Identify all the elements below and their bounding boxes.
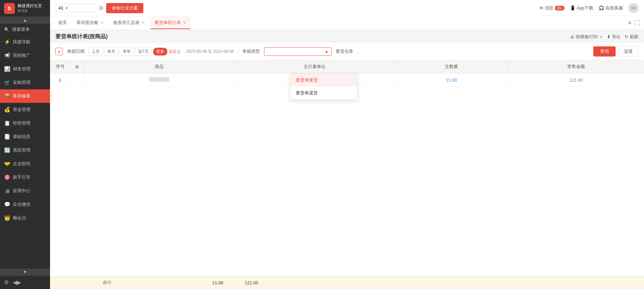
company-select-value: 41	[58, 5, 63, 10]
sidebar-item-inventory[interactable]: 📦 库存核算	[0, 89, 50, 103]
type-select-arrow-up-icon: ▲	[325, 49, 329, 54]
tab-close-receive-summary[interactable]: ✕	[142, 20, 145, 25]
sidebar-item-sales[interactable]: 📊 销售管理	[0, 62, 50, 76]
chevron-up-icon: ▲	[23, 18, 27, 23]
sidebar-item-wechat[interactable]: 💬 企业微信	[0, 198, 50, 211]
sales-icon: 📊	[4, 66, 10, 72]
sidebar-item-member[interactable]: 👑 畅会员	[0, 211, 50, 225]
col-header-no: 序号	[50, 60, 70, 73]
tab-inventory-batch[interactable]: 库存批次账 ✕	[72, 17, 108, 29]
collapse-icon[interactable]: ◀▶	[13, 279, 21, 286]
app-download-button[interactable]: 📱 App下载	[570, 5, 593, 11]
refresh-icon: ↻	[625, 34, 628, 39]
type-filter-input[interactable]	[267, 49, 325, 54]
sidebar-item-operation[interactable]: 📋 经营管理	[0, 116, 50, 130]
marketing-icon: 📢	[4, 52, 10, 59]
message-icon: ✉	[540, 5, 543, 10]
enterprise-icon: 🤝	[4, 161, 10, 167]
col-header-goods: 商品	[84, 60, 235, 73]
inventory-icon: 📦	[4, 93, 10, 99]
this-year-button[interactable]: 本年	[120, 47, 134, 56]
refresh-button[interactable]: ↻ 刷新	[625, 34, 639, 40]
type-filter-select[interactable]: ▲	[264, 47, 332, 56]
finance-icon: 💰	[4, 107, 10, 113]
last-7-days-button[interactable]: 近7天	[135, 47, 152, 56]
sidebar: b 畅捷通好生意 标准版 ▲ 🔍 搜索菜单 ⚡ 快捷导航 📢 营销推广 📊 销售…	[0, 0, 50, 289]
topbar-gear-icon[interactable]: ⚙	[99, 5, 103, 11]
sidebar-search[interactable]: 🔍 搜索菜单	[0, 24, 50, 35]
date-filter-buttons: 上月 本月 本年 近7天 更多 自定义	[89, 47, 181, 56]
user-avatar[interactable]: Rit	[628, 3, 639, 13]
setting-button[interactable]: 设置	[618, 46, 639, 57]
sidebar-item-quick-nav[interactable]: ⚡ 快捷导航	[0, 35, 50, 49]
type-dropdown: 要货单要货 要货单退货	[290, 73, 358, 100]
company-selector[interactable]: 41 ▼	[55, 4, 96, 12]
dropdown-item-order-goods[interactable]: 要货单要货	[290, 74, 357, 87]
sidebar-scroll-up[interactable]: ▲	[0, 17, 50, 24]
sidebar-logo: b 畅捷通好生意 标准版	[0, 0, 50, 17]
sidebar-item-guide[interactable]: 🎯 新手引导	[0, 171, 50, 184]
sidebar-item-enterprise[interactable]: 🤝 企业协同	[0, 157, 50, 171]
type-filter-label: 单据类型	[242, 48, 260, 54]
messages-button[interactable]: ✉ 消息 99+	[540, 5, 565, 11]
export-button[interactable]: ⬇ 导出	[607, 34, 621, 40]
wechat-icon: 💬	[4, 201, 10, 207]
query-button[interactable]: 查询	[593, 46, 616, 57]
filter-bar: » 单据日期 上月 本月 本年 近7天 更多 自定义 2023-05-06 至 …	[50, 43, 644, 60]
col-header-gear[interactable]: ⚙	[70, 60, 84, 73]
dropdown-item-order-return[interactable]: 要货单退货	[290, 87, 357, 99]
this-month-button[interactable]: 本月	[104, 47, 118, 56]
sidebar-item-system[interactable]: 🔄 系统管理	[0, 143, 50, 157]
cell-no: 1	[50, 73, 70, 87]
table-settings-icon[interactable]: ⚙	[75, 64, 79, 69]
tab-close-order-stats[interactable]: ✕	[183, 20, 186, 25]
print-template-button[interactable]: 🖨 按模板打印 ▼	[570, 34, 603, 40]
purchase-icon: 🛒	[4, 80, 10, 86]
chevron-down-icon: ▼	[23, 270, 27, 274]
tab-order-stats[interactable]: 要货单统计表 ✕	[150, 17, 190, 29]
headset-icon: 🎧	[599, 5, 604, 10]
cell-goods	[84, 73, 235, 87]
main-content: 41 ▼ ⚙ 体验行业方案 ✉ 消息 99+ 📱 App下载 🎧 在线客服 Ri…	[50, 0, 644, 289]
system-icon: 🔄	[4, 147, 10, 153]
sidebar-item-basic[interactable]: 📑 基础信息	[0, 130, 50, 143]
chevron-down-icon: ▼	[65, 6, 68, 10]
last-month-button[interactable]: 上月	[89, 47, 103, 56]
cell-amount: 121.00	[508, 73, 644, 87]
sidebar-item-appstore[interactable]: 🖥 应用中心	[0, 184, 50, 198]
trial-industry-button[interactable]: 体验行业方案	[106, 3, 143, 13]
sidebar-item-finance[interactable]: 💰 资金管理	[0, 103, 50, 116]
col-header-quantity: 主数量	[395, 60, 508, 73]
tab-home[interactable]: 首页	[54, 17, 71, 29]
filter-actions: 查询 设置	[593, 46, 639, 57]
custom-date-button[interactable]: 自定义	[169, 49, 181, 54]
cell-gear	[70, 73, 84, 87]
tab-fullscreen-icon[interactable]: ⛶	[635, 20, 640, 26]
filter-expand-button[interactable]: »	[55, 48, 63, 55]
more-dates-button[interactable]: 更多	[153, 48, 167, 55]
appstore-icon: 🖥	[4, 188, 10, 194]
quantity-link[interactable]: 11.00	[446, 77, 457, 83]
member-icon: 👑	[4, 215, 10, 221]
tabs-bar: 首页 库存批次账 ✕ 收发存汇总表 ✕ 要货单统计表 ✕ ✕ ⛶	[50, 16, 644, 30]
tab-close-all-icon[interactable]: ✕	[627, 20, 632, 26]
warehouse-more-icon[interactable]: …	[356, 48, 361, 54]
amount-link[interactable]: 121.00	[569, 77, 583, 83]
operation-icon: 📋	[4, 120, 10, 126]
goods-placeholder	[149, 77, 169, 82]
online-service-button[interactable]: 🎧 在线客服	[599, 5, 623, 11]
search-icon: 🔍	[4, 27, 9, 32]
export-icon: ⬇	[607, 34, 611, 39]
table-footer: 合计 11.00 121.00	[50, 276, 644, 289]
content-area: » 单据日期 上月 本月 本年 近7天 更多 自定义 2023-05-06 至 …	[50, 43, 644, 289]
sidebar-scroll-down[interactable]: ▼	[0, 269, 50, 275]
tab-close-inventory-batch[interactable]: ✕	[100, 20, 104, 25]
printer-icon: 🖨	[570, 34, 574, 39]
sidebar-item-purchase[interactable]: 🛒 采购管理	[0, 76, 50, 89]
sidebar-nav: ⚡ 快捷导航 📢 营销推广 📊 销售管理 🛒 采购管理 📦 库存核算 💰 资金管…	[0, 35, 50, 269]
settings-icon[interactable]: ⚙	[4, 279, 9, 286]
topbar: 41 ▼ ⚙ 体验行业方案 ✉ 消息 99+ 📱 App下载 🎧 在线客服 Ri…	[50, 0, 644, 16]
sidebar-item-marketing[interactable]: 📢 营销推广	[0, 49, 50, 62]
tab-receive-summary[interactable]: 收发存汇总表 ✕	[109, 17, 149, 29]
date-filter-label: 单据日期	[67, 48, 85, 54]
